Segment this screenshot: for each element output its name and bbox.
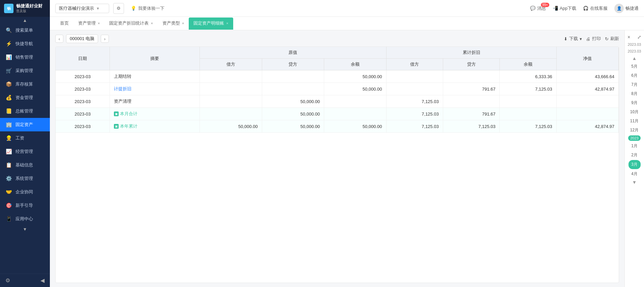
sidebar-item-basic-info[interactable]: 📋 基础信息 — [0, 158, 50, 172]
user-profile[interactable]: 👤 畅捷通 — [614, 4, 639, 13]
sidebar-item-label: 资金管理 — [16, 95, 33, 101]
sidebar-item-sales[interactable]: 📊 销售管理 — [0, 51, 50, 64]
cell-orig-balance: 50,000.00 — [324, 83, 386, 95]
timeline-month-6[interactable]: 6月 — [625, 71, 644, 80]
sidebar-item-inventory[interactable]: 📦 库存核算 — [0, 77, 50, 91]
col-dep-debit: 借方 — [386, 59, 443, 70]
tab-asset-type-close[interactable]: × — [182, 21, 184, 25]
cell-dep-credit — [443, 70, 499, 83]
cell-summary: ▣ 本年累计 — [110, 120, 200, 133]
timeline-month-10[interactable]: 10月 — [625, 107, 644, 117]
timeline-month-12[interactable]: 12月 — [625, 126, 644, 135]
timeline-month-2[interactable]: 2月 — [625, 151, 644, 160]
cell-orig-balance — [324, 95, 386, 108]
experience-text: 我要体验一下 — [138, 5, 164, 11]
app-center-icon: 📱 — [5, 216, 12, 222]
timeline-month-5[interactable]: 5月 — [625, 62, 644, 71]
ledger-icon: 📒 — [5, 108, 12, 114]
settings-footer-icon[interactable]: ⚙ — [5, 277, 10, 284]
logo-sub: 普及版 — [16, 9, 42, 13]
sidebar-item-app-center[interactable]: 📱 应用中心 — [0, 212, 50, 226]
cell-dep-balance: 7,125.03 — [500, 120, 556, 133]
cell-dep-balance — [500, 95, 556, 108]
cell-dep-credit: 7,125.03 — [443, 120, 499, 133]
operations-icon: 📈 — [5, 149, 12, 155]
download-icon: ⬇ — [564, 36, 568, 41]
cell-summary: ▣ 本月合计 — [110, 108, 200, 120]
toolbar: ‹ 000001 电脑 › ⬇ 下载 ▾ 🖨 打印 — [55, 34, 619, 43]
cell-net — [556, 95, 618, 108]
app-download-button[interactable]: 📲 App下载 — [553, 5, 576, 11]
tab-asset-mgmt-close[interactable]: × — [98, 21, 100, 25]
month-total-label: 本月合计 — [120, 111, 137, 117]
sidebar-item-search[interactable]: 🔍 搜索菜单 — [0, 24, 50, 37]
print-button[interactable]: 🖨 打印 — [586, 36, 601, 42]
timeline-panel: × ⤢ 2023.03 2023.03 ▲ 5月 6月 7月 8月 9月 10月… — [624, 30, 644, 287]
timeline-month-7[interactable]: 7月 — [625, 80, 644, 89]
sidebar-item-ledger[interactable]: 📒 总账管理 — [0, 104, 50, 118]
messages-button[interactable]: 💬 消息 99+ — [530, 5, 546, 11]
data-table-wrap: 日期 摘要 原值 累计折旧 净值 借方 贷方 余额 借方 贷方 余额 — [55, 46, 619, 283]
timeline-close-button[interactable]: × — [627, 34, 630, 40]
tab-home[interactable]: 首页 — [55, 18, 73, 30]
company-name: 医疗器械行业演示 — [59, 5, 94, 11]
sidebar-item-guide[interactable]: 🎯 新手引导 — [0, 199, 50, 212]
sidebar-item-system[interactable]: ⚙️ 系统管理 — [0, 172, 50, 185]
tab-asset-mgmt[interactable]: 资产管理 × — [73, 18, 104, 30]
download-button[interactable]: ⬇ 下载 ▾ — [564, 36, 582, 42]
tab-asset-detail[interactable]: 固定资产明细账 × — [189, 18, 233, 30]
timeline-expand-button[interactable]: ⤢ — [637, 34, 641, 40]
cell-orig-credit[interactable]: 50,000.00 — [262, 95, 324, 108]
timeline-down-arrow[interactable]: ▼ — [632, 179, 637, 186]
data-table: 日期 摘要 原值 累计折旧 净值 借方 贷方 余额 借方 贷方 余额 — [56, 47, 619, 133]
tab-depreciation-stats-close[interactable]: × — [151, 21, 153, 25]
tab-asset-detail-close[interactable]: × — [226, 21, 228, 25]
logo-text-block: 畅捷通好业财 普及版 — [16, 3, 42, 13]
timeline-year-badge[interactable]: 2023 — [628, 135, 640, 141]
basic-info-icon: 📋 — [5, 162, 12, 168]
next-icon: › — [104, 36, 105, 41]
experience-button[interactable]: 💡 我要体验一下 — [131, 5, 164, 11]
timeline-month-8[interactable]: 8月 — [625, 89, 644, 98]
sidebar-item-quick-nav[interactable]: ⚡ 快捷导航 — [0, 37, 50, 51]
sales-icon: 📊 — [5, 54, 12, 60]
scroll-down-btn[interactable]: ▼ — [0, 226, 50, 232]
timeline-month-4[interactable]: 4月 — [625, 169, 644, 179]
next-asset-button[interactable]: › — [101, 35, 109, 43]
collapse-sidebar-icon[interactable]: ◀ — [40, 277, 44, 284]
sidebar-item-operations[interactable]: 📈 经营管理 — [0, 145, 50, 158]
headset-icon: 🎧 — [583, 6, 588, 11]
timeline-month-1[interactable]: 1月 — [625, 141, 644, 151]
tab-asset-detail-label: 固定资产明细账 — [193, 20, 224, 26]
sidebar-item-funds[interactable]: 💰 资金管理 — [0, 91, 50, 104]
tab-asset-type[interactable]: 资产类型 × — [158, 18, 189, 30]
cell-dep-credit: 791.67 — [443, 83, 499, 95]
timeline-month-3[interactable]: 3月 — [628, 160, 641, 169]
sidebar-item-label: 新手引导 — [16, 202, 33, 209]
timeline-up-arrow[interactable]: ▲ — [632, 55, 637, 62]
tab-depreciation-stats[interactable]: 固定资产折旧统计表 × — [104, 18, 157, 30]
cooperation-icon: 🤝 — [5, 189, 12, 195]
sidebar-item-payroll[interactable]: 👷 工资 — [0, 131, 50, 145]
sidebar-logo[interactable]: 畅 畅捷通好业财 普及版 — [0, 0, 50, 17]
company-selector[interactable]: 医疗器械行业演示 ▼ — [55, 4, 109, 13]
settings-button[interactable]: ⚙ — [113, 3, 124, 14]
sidebar-item-purchase[interactable]: 🛒 采购管理 — [0, 64, 50, 77]
funds-icon: 💰 — [5, 95, 12, 101]
cell-net: 42,874.97 — [556, 83, 618, 95]
cell-summary: 计提折旧 — [110, 83, 200, 95]
sidebar-item-fixed-assets[interactable]: 🏢 固定资产 — [0, 118, 50, 131]
cell-date: 2023-03 — [56, 120, 110, 133]
message-icon: 💬 — [530, 6, 535, 11]
cell-dep-balance: 6,333.36 — [500, 70, 556, 83]
timeline-month-9[interactable]: 9月 — [625, 98, 644, 107]
cell-dep-credit: 791.67 — [443, 108, 499, 120]
summary-link[interactable]: 计提折旧 — [114, 86, 131, 91]
timeline-month-11[interactable]: 11月 — [625, 117, 644, 126]
refresh-button[interactable]: ↻ 刷新 — [605, 36, 619, 42]
online-service-button[interactable]: 🎧 在线客服 — [583, 5, 608, 11]
prev-asset-button[interactable]: ‹ — [55, 35, 63, 43]
main-content: 医疗器械行业演示 ▼ ⚙ 💡 我要体验一下 💬 消息 99+ 📲 App下载 🎧… — [50, 0, 644, 287]
sidebar-item-cooperation[interactable]: 🤝 企业协同 — [0, 185, 50, 199]
scroll-up-btn[interactable]: ▲ — [0, 17, 50, 24]
